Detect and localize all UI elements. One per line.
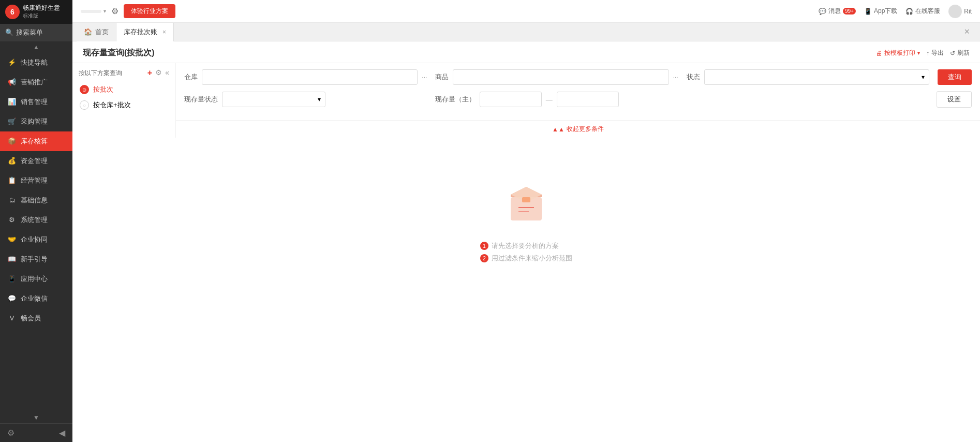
empty-tip-1: 1 请先选择要分析的方案 [480, 241, 572, 251]
collapse-bar[interactable]: ▲▲ 收起更多条件 [176, 120, 980, 138]
inventory-icon: 📦 [7, 137, 17, 146]
warehouse-input[interactable] [202, 69, 418, 85]
sidebar-item-enterprise[interactable]: 🤝 企业协同 [0, 230, 72, 249]
collapse-up-icon: ▲▲ [552, 126, 565, 133]
export-button[interactable]: ↑ 导出 [926, 49, 944, 57]
sidebar-item-marketing[interactable]: 📢 营销推广 [0, 72, 72, 92]
settings-button[interactable]: 设置 [937, 91, 972, 108]
tab-inventory-batch[interactable]: 库存批次账 × [116, 23, 174, 41]
inventory-status-dropdown-icon: ▾ [318, 96, 321, 103]
sidebar-item-quick-nav[interactable]: ⚡ 快捷导航 [0, 53, 72, 72]
sidebar-collapse-icon[interactable]: ◀ [59, 428, 65, 438]
system-icon: ⚙ [7, 215, 17, 225]
status-dropdown-icon: ▾ [922, 73, 925, 81]
sidebar-item-app-center[interactable]: 📱 应用中心 [0, 269, 72, 289]
tab-close-icon[interactable]: × [162, 28, 166, 36]
sidebar-item-guide[interactable]: 📖 新手引导 [0, 249, 72, 269]
refresh-icon: ↺ [950, 50, 955, 57]
scheme-item-warehouse-batch[interactable]: ○ 按仓库+批次 [72, 97, 175, 113]
marketing-icon: 📢 [7, 78, 17, 87]
tab-home[interactable]: 🏠 首页 [77, 23, 116, 41]
filter-row-1: 仓库 ··· 商品 ··· 状态 [184, 69, 972, 85]
content-area: 现存量查询(按批次) 🖨 按模板打印 ▾ ↑ 导出 ↺ 刷新 [72, 41, 980, 442]
sidebar-nav: ⚡ 快捷导航 📢 营销推广 📊 销售管理 🛒 采购管理 📦 库存核算 💰 资金管… [0, 53, 72, 412]
home-icon: 🏠 [84, 28, 92, 36]
scheme-add-icon[interactable]: + [147, 68, 152, 78]
sidebar: 6 畅康通好生意 标准版 🔍 搜索菜单 ▲ ⚡ 快捷导航 📢 营销推广 📊 销售… [0, 0, 72, 442]
scheme-gear-icon[interactable]: ⚙ [155, 68, 162, 78]
scheme-item-batch[interactable]: ⊙ 按批次 [72, 82, 175, 97]
message-icon: 💬 [819, 8, 826, 15]
purchase-icon: 🛒 [7, 117, 17, 126]
sidebar-item-finance[interactable]: 💰 资金管理 [0, 151, 72, 171]
tab-close-global-icon[interactable]: × [958, 26, 976, 37]
sidebar-item-operation[interactable]: 📋 经营管理 [0, 171, 72, 190]
print-dropdown-icon: ▾ [917, 50, 920, 56]
finance-icon: 💰 [7, 156, 17, 166]
main-area: ▾ ⚙ 体验行业方案 💬 消息 99+ 📱 App下载 🎧 在线客服 Rit [72, 0, 980, 442]
sidebar-item-wechat[interactable]: 💬 企业微信 [0, 289, 72, 308]
export-icon: ↑ [926, 50, 929, 57]
avatar [948, 5, 962, 18]
sidebar-item-purchase[interactable]: 🛒 采购管理 [0, 112, 72, 131]
product-more-icon[interactable]: ··· [673, 73, 678, 81]
scheme-batch-icon: ⊙ [80, 85, 89, 94]
enterprise-icon: 🤝 [7, 235, 17, 244]
query-area: 仓库 ··· 商品 ··· 状态 [176, 63, 980, 138]
basic-icon: 🗂 [7, 196, 17, 205]
product-input[interactable] [453, 69, 669, 85]
message-button[interactable]: 💬 消息 99+ [819, 7, 856, 16]
inventory-qty-field: 现存量（主） — [435, 92, 678, 107]
sidebar-scroll-down[interactable]: ▼ [0, 412, 72, 423]
topbar: ▾ ⚙ 体验行业方案 💬 消息 99+ 📱 App下载 🎧 在线客服 Rit [72, 0, 980, 23]
sidebar-item-sales[interactable]: 📊 销售管理 [0, 92, 72, 112]
app-logo: 6 [5, 5, 20, 19]
empty-tip-2: 2 用过滤条件来缩小分析范围 [480, 254, 572, 263]
sidebar-scroll-up[interactable]: ▲ [0, 41, 72, 53]
inventory-status-select[interactable]: ▾ [222, 92, 325, 107]
app-center-icon: 📱 [7, 274, 17, 284]
sidebar-header: 6 畅康通好生意 标准版 [0, 0, 72, 24]
operation-icon: 📋 [7, 176, 17, 185]
product-field: 商品 ··· [435, 69, 678, 85]
search-icon: 🔍 [5, 28, 13, 36]
empty-icon [500, 179, 552, 231]
app-download-icon: 📱 [864, 8, 872, 15]
wechat-icon: 💬 [7, 294, 17, 303]
sidebar-bottom: ⚙ ◀ [0, 423, 72, 442]
sidebar-item-system[interactable]: ⚙ 系统管理 [0, 210, 72, 230]
status-select[interactable]: ▾ [704, 69, 929, 85]
app-title: 畅康通好生意 [23, 4, 60, 12]
sidebar-item-inventory[interactable]: 📦 库存核算 [0, 131, 72, 151]
quick-nav-icon: ⚡ [7, 58, 17, 67]
breadcrumb-arrow-icon: ▾ [103, 8, 106, 14]
topbar-gear-icon[interactable]: ⚙ [111, 6, 118, 16]
filter-row-2: 现存量状态 ▾ 现存量（主） — [184, 91, 972, 108]
app-download-button[interactable]: 📱 App下载 [864, 7, 897, 16]
inventory-qty-max-input[interactable] [557, 92, 619, 107]
scheme-collapse-icon[interactable]: « [165, 68, 169, 78]
scheme-warehouse-icon: ○ [80, 100, 89, 110]
warehouse-field: 仓库 ··· [184, 69, 427, 85]
sidebar-settings-icon[interactable]: ⚙ [7, 428, 14, 438]
vip-icon: V [7, 314, 17, 323]
print-button[interactable]: 🖨 按模板打印 ▾ [876, 49, 920, 57]
sidebar-item-vip[interactable]: V 畅会员 [0, 308, 72, 328]
breadcrumb: ▾ [81, 8, 106, 14]
scheme-panel: 按以下方案查询 + ⚙ « ⊙ 按批次 ○ 按仓库+批次 [72, 63, 176, 138]
refresh-button[interactable]: ↺ 刷新 [950, 49, 970, 57]
svg-rect-5 [522, 197, 530, 202]
customer-service-button[interactable]: 🎧 在线客服 [905, 7, 940, 16]
trial-industry-button[interactable]: 体验行业方案 [124, 4, 175, 18]
user-avatar-area[interactable]: Rit [948, 5, 972, 18]
inventory-qty-min-input[interactable] [480, 92, 542, 107]
sidebar-search[interactable]: 🔍 搜索菜单 [0, 24, 72, 41]
query-button[interactable]: 查询 [938, 69, 972, 85]
scheme-header: 按以下方案查询 + ⚙ « [72, 68, 175, 82]
warehouse-more-icon[interactable]: ··· [422, 73, 427, 81]
message-badge: 99+ [843, 8, 856, 14]
sidebar-item-basic[interactable]: 🗂 基础信息 [0, 190, 72, 210]
headset-icon: 🎧 [905, 8, 913, 15]
filter-panel: 按以下方案查询 + ⚙ « ⊙ 按批次 ○ 按仓库+批次 [72, 63, 980, 138]
sales-icon: 📊 [7, 97, 17, 107]
